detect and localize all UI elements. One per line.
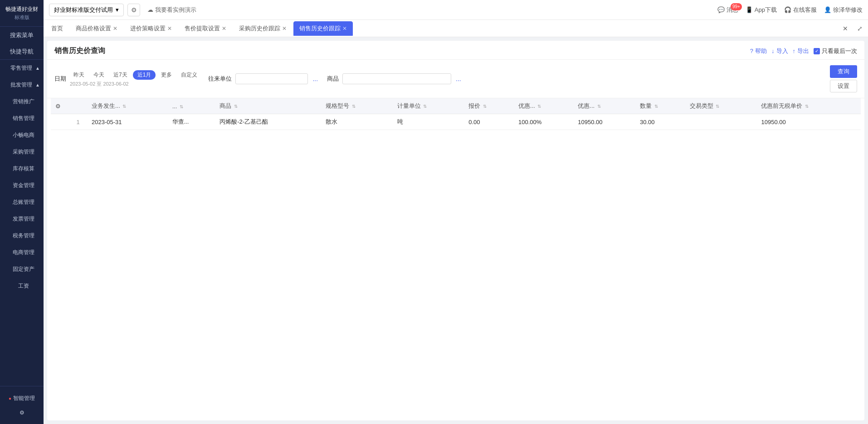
sidebar-item-wholesale-arrow: ▲ [35,82,40,87]
sort-transaction-icon: ⇅ [716,104,719,109]
app-download-button[interactable]: 📱 App下载 [746,6,777,14]
only-last-toggle[interactable]: 只看最后一次 [814,47,857,55]
product-dots-button[interactable]: ... [454,75,463,82]
date-option-more[interactable]: 更多 [157,70,176,80]
tab-price-extract[interactable]: 售价提取设置 ✕ [179,21,232,36]
row-discount-price-cell: 10950.00 [573,114,635,130]
table-row: 1 2023-05-31 华查... 丙烯酸-2-乙基己酯 散水 吨 0.00 … [51,114,861,130]
date-option-today[interactable]: 今天 [90,70,108,80]
query-button[interactable]: 查询 [830,65,857,78]
import-label: 导入 [776,47,788,55]
sidebar-quicknav[interactable]: 快捷导航 [0,44,44,60]
page-header: 销售历史价查询 ? 帮助 ↓ 导入 ↑ 导出 只看最后一次 [47,41,864,60]
sidebar-item-capital[interactable]: 资金管理 [0,177,44,194]
sort-discount-rate-icon: ⇅ [537,104,541,109]
version-selector[interactable]: 好业财标准版交付试用 ▾ [49,4,124,16]
sidebar-item-payroll[interactable]: 工资 [0,278,44,294]
sidebar-settings-icon[interactable]: ⚙ [0,406,44,419]
sidebar-item-inventory[interactable]: 库存核算 [0,160,44,177]
sidebar-item-ecom-small-label: 小畅电商 [7,131,40,139]
settings-gear-icon: ⚙ [20,410,24,416]
user-button[interactable]: 👤 徐泽华修改 [824,6,863,14]
row-quantity-cell: 30.00 [635,114,685,130]
import-button[interactable]: ↓ 导入 [771,47,788,55]
close-all-icon: ✕ [843,25,848,32]
sidebar-item-purchase[interactable]: 采购管理 [0,144,44,160]
sidebar-item-tax[interactable]: 税务管理 [0,227,44,244]
col-product-header[interactable]: 商品 ⇅ [215,98,321,114]
export-button[interactable]: ↑ 导出 [793,47,809,55]
col-price-header[interactable]: 报价 ⇅ [464,98,514,114]
supplier-dots-button[interactable]: ... [311,75,320,82]
table-settings-icon[interactable]: ⚙ [55,103,61,110]
col-transaction-header[interactable]: 交易类型 ⇅ [685,98,757,114]
date-option-last7days[interactable]: 近7天 [110,70,131,80]
only-last-label: 只看最后一次 [822,47,857,55]
help-button[interactable]: ? 帮助 [750,47,767,55]
settings-button[interactable]: 设置 [830,80,857,92]
col-discount-rate-label: 优惠... [518,102,535,109]
date-option-last1month[interactable]: 近1月 [133,70,156,80]
tab-sales-history-close[interactable]: ✕ [342,25,347,32]
col-unit-header[interactable]: 计量单位 ⇅ [393,98,464,114]
date-range-display: 2023-05-02 至 2023-06-02 [70,81,201,87]
col-spec-header[interactable]: 规格型号 ⇅ [321,98,393,114]
product-input-group: ... [342,73,463,84]
topbar: 好业财标准版交付试用 ▾ ⚙ ☁ 我要看实例演示 💬 消息 99+ 📱 App下… [44,0,868,20]
sidebar-item-ecom[interactable]: 电商管理 [0,244,44,261]
sidebar-item-invoice[interactable]: 发票管理 [0,211,44,227]
user-avatar-icon: 👤 [824,6,831,13]
col-discount-rate-header[interactable]: 优惠... ⇅ [514,98,573,114]
sidebar-item-invoice-label: 发票管理 [7,215,40,223]
col-quantity-header[interactable]: 数量 ⇅ [635,98,685,114]
sidebar-item-retail[interactable]: 零售管理 ▲ [0,60,44,77]
col-pretax-header[interactable]: 优惠前无税单价 ⇅ [756,98,861,114]
col-quantity-label: 数量 [640,102,652,109]
sidebar-search[interactable]: 搜索菜单 [0,27,44,44]
tab-expand-button[interactable]: ⤢ [853,22,866,35]
tab-purchase-strategy[interactable]: 进价策略设置 ✕ [124,21,178,36]
online-service-button[interactable]: 🎧 在线客服 [784,6,817,14]
sidebar-item-marketing[interactable]: 营销推广 [0,93,44,110]
tab-home[interactable]: 首页 [45,21,69,36]
headset-icon: 🎧 [784,6,791,13]
row-pretax-cell: 10950.00 [756,114,861,130]
topbar-settings-button[interactable]: ⚙ [127,4,140,16]
col-discount-price-label: 优惠... [578,102,595,109]
sidebar-item-ledger[interactable]: 总账管理 [0,194,44,211]
only-last-checkbox-box[interactable] [814,48,820,54]
tab-close-all-button[interactable]: ✕ [839,22,852,35]
date-option-yesterday[interactable]: 昨天 [70,70,88,80]
sidebar-item-smart[interactable]: ● 智能管理 [0,391,44,406]
tab-price-settings[interactable]: 商品价格设置 ✕ [70,21,123,36]
settings-icon: ⚙ [131,6,137,14]
supplier-input[interactable] [235,73,308,84]
tab-purchase-history[interactable]: 采购历史价跟踪 ✕ [233,21,293,36]
page-header-actions: ? 帮助 ↓ 导入 ↑ 导出 只看最后一次 [750,47,857,55]
tab-purchase-strategy-label: 进价策略设置 [130,24,166,33]
row-settings-cell [51,114,69,130]
col-extra-header[interactable]: ... ⇅ [168,98,215,114]
sidebar-item-assets-label: 固定资产 [7,265,40,273]
date-option-custom[interactable]: 自定义 [177,70,201,80]
col-discount-price-header[interactable]: 优惠... ⇅ [573,98,635,114]
tab-purchase-strategy-close[interactable]: ✕ [167,25,172,32]
sort-quantity-icon: ⇅ [654,104,658,109]
sidebar-item-inventory-label: 库存核算 [7,165,40,173]
sidebar-item-ecom-small[interactable]: 小畅电商 [0,127,44,144]
sidebar-item-wholesale[interactable]: 批发管理 ▲ [0,77,44,93]
col-date-header[interactable]: 业务发生... ⇅ [87,98,168,114]
col-pretax-label: 优惠前无税单价 [761,102,802,109]
tab-purchase-history-close[interactable]: ✕ [282,25,287,32]
messages-button[interactable]: 💬 消息 99+ [717,6,738,14]
sidebar-logo: 畅捷通好业财 标准版 [0,0,44,27]
row-num-cell: 1 [69,114,87,130]
sidebar-item-assets[interactable]: 固定资产 [0,261,44,278]
sidebar-item-sales[interactable]: 销售管理 [0,110,44,127]
product-input[interactable] [342,73,451,84]
tab-price-settings-close[interactable]: ✕ [113,25,117,32]
col-settings-header[interactable]: ⚙ [51,98,69,114]
demo-button[interactable]: ☁ 我要看实例演示 [144,6,200,14]
tab-sales-history[interactable]: 销售历史价跟踪 ✕ [293,21,353,36]
tab-price-extract-close[interactable]: ✕ [222,25,226,32]
